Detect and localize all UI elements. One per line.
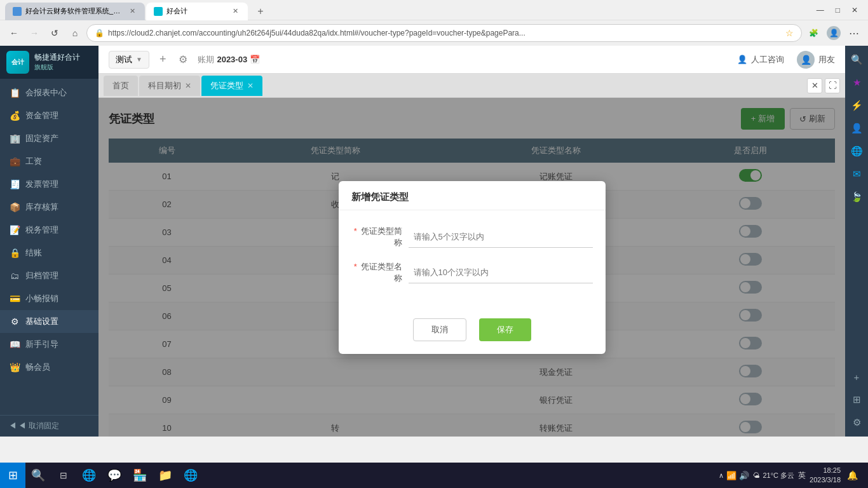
consult-btn[interactable]: 👤 人工咨询 xyxy=(732,51,789,68)
tab-collapse-btn[interactable]: ✕ xyxy=(807,78,822,93)
star-icon[interactable]: ☆ xyxy=(785,28,794,38)
brand-name: 畅捷通好合计 xyxy=(34,53,80,63)
start-button[interactable]: ⊞ xyxy=(0,463,25,488)
browser-tab-2[interactable]: 好会计 ✕ xyxy=(146,3,248,20)
tab1-title: 好会计云财务软件管理系统_会计 xyxy=(25,6,123,16)
sidebar-item-reports[interactable]: 📋 会报表中心 xyxy=(0,81,98,104)
settings-label: 基础设置 xyxy=(25,316,58,327)
input-short[interactable] xyxy=(409,226,593,248)
sidebar-item-archive[interactable]: 🗂 归档管理 xyxy=(0,264,98,287)
volume-icon[interactable]: 🔊 xyxy=(739,471,749,480)
cancel-button[interactable]: 取消 xyxy=(413,318,466,341)
right-icon-leaf[interactable]: 🍃 xyxy=(848,188,865,206)
right-icon-add[interactable]: + xyxy=(848,368,865,386)
sidebar-header: 会计 畅捷通好合计 旗舰版 xyxy=(0,46,98,79)
tab1-close[interactable]: ✕ xyxy=(127,6,137,17)
right-icon-bolt[interactable]: ⚡ xyxy=(848,97,865,114)
user-avatar: 👤 xyxy=(797,51,815,69)
member-label: 畅会员 xyxy=(25,362,50,373)
taskbar-explorer[interactable]: 📁 xyxy=(153,463,178,488)
brand-info: 畅捷通好合计 旗舰版 xyxy=(34,53,80,72)
input-name[interactable] xyxy=(409,262,593,283)
user-name: 用友 xyxy=(818,54,835,65)
user-info: 👤 用友 xyxy=(797,51,835,69)
dialog: 新增凭证类型 * 凭证类型简称 xyxy=(339,181,606,354)
taskbar-store[interactable]: 🏪 xyxy=(127,463,153,488)
tab-subjects[interactable]: 科目期初 ✕ xyxy=(139,76,200,96)
tab2-favicon xyxy=(154,7,163,16)
url-field[interactable]: 🔒 https://cloud2.chanjet.com/accounting/… xyxy=(86,24,802,42)
calendar-icon[interactable]: 📅 xyxy=(250,55,260,64)
guide-icon: 📖 xyxy=(9,339,20,350)
closing-icon: 🔒 xyxy=(9,247,20,259)
tab2-close[interactable]: ✕ xyxy=(230,6,240,17)
tax-label: 税务管理 xyxy=(25,224,58,236)
taskbar-browser[interactable]: 🌐 xyxy=(178,463,203,488)
sidebar-item-salary[interactable]: 💼 工资 xyxy=(0,150,98,173)
sidebar-item-expense[interactable]: 💳 小畅报销 xyxy=(0,287,98,310)
add-company-btn[interactable]: + xyxy=(157,53,169,66)
sidebar-item-invoice[interactable]: 🧾 发票管理 xyxy=(0,173,98,196)
browser-window: 好会计云财务软件管理系统_会计 ✕ 好会计 ✕ + — □ ✕ ← → ↺ ⌂ … xyxy=(0,0,868,488)
salary-label: 工资 xyxy=(25,156,42,167)
collapse-icon: ◀ xyxy=(9,421,17,430)
logo: 会计 xyxy=(6,51,29,74)
new-tab-button[interactable]: + xyxy=(252,3,269,20)
dialog-header: 新增凭证类型 xyxy=(339,181,606,210)
arrow-up-icon[interactable]: ∧ xyxy=(719,471,724,480)
more-menu-btn[interactable]: ⋯ xyxy=(845,24,863,42)
home-btn[interactable]: ⌂ xyxy=(66,24,84,42)
funds-icon: 💰 xyxy=(9,110,20,121)
sidebar-footer[interactable]: ◀ ◀ 取消固定 xyxy=(0,415,98,437)
period-value: 2023-03 xyxy=(217,55,247,64)
url-text: https://cloud2.chanjet.com/accounting/uh… xyxy=(108,29,782,37)
tab-voucher[interactable]: 凭证类型 ✕ xyxy=(201,76,262,96)
right-icon-user[interactable]: 👤 xyxy=(848,119,865,137)
extensions-icon[interactable]: 🧩 xyxy=(804,24,822,42)
taskbar-edge[interactable]: 🌐 xyxy=(76,463,102,488)
maximize-btn[interactable]: □ xyxy=(831,4,845,16)
tab-expand-btn[interactable]: ⛶ xyxy=(825,78,840,93)
reload-btn[interactable]: ↺ xyxy=(46,24,64,42)
right-icon-grid[interactable]: ⊞ xyxy=(848,391,865,409)
sidebar-item-guide[interactable]: 📖 新手引导 xyxy=(0,333,98,356)
profile-icon[interactable]: 👤 xyxy=(825,24,843,42)
sidebar-item-closing[interactable]: 🔒 结账 xyxy=(0,241,98,264)
right-icon-search[interactable]: 🔍 xyxy=(848,51,865,69)
save-button[interactable]: 保存 xyxy=(479,318,531,341)
minimize-btn[interactable]: — xyxy=(811,4,829,16)
taskbar-wechat[interactable]: 💬 xyxy=(102,463,127,488)
funds-label: 资金管理 xyxy=(25,110,58,121)
tab-subjects-close[interactable]: ✕ xyxy=(185,81,191,90)
sidebar-item-settings[interactable]: ⚙ 基础设置 xyxy=(0,310,98,333)
assets-icon: 🏢 xyxy=(9,133,20,144)
sidebar-item-assets[interactable]: 🏢 固定资产 xyxy=(0,127,98,150)
taskbar-task-view[interactable]: ⊟ xyxy=(51,463,76,488)
wifi-icon[interactable]: 📶 xyxy=(726,471,736,480)
right-icon-settings[interactable]: ⚙ xyxy=(848,414,865,431)
clock[interactable]: 18:25 2023/3/18 xyxy=(810,466,841,485)
forward-btn[interactable]: → xyxy=(25,24,43,42)
sidebar-item-inventory[interactable]: 📦 库存核算 xyxy=(0,196,98,219)
period-info: 账期 2023-03 📅 xyxy=(198,54,260,65)
sidebar-item-funds[interactable]: 💰 资金管理 xyxy=(0,104,98,127)
company-name: 测试 xyxy=(116,54,132,65)
right-icon-globe[interactable]: 🌐 xyxy=(848,142,865,160)
right-icon-star[interactable]: ★ xyxy=(848,74,865,92)
clock-time: 18:25 xyxy=(810,466,841,475)
notification-btn[interactable]: 🔔 xyxy=(844,470,860,480)
taskbar-search[interactable]: 🔍 xyxy=(25,463,51,488)
collapse-label: ◀ 取消固定 xyxy=(18,421,58,430)
back-btn[interactable]: ← xyxy=(5,24,23,42)
right-icon-mail[interactable]: ✉ xyxy=(848,165,865,183)
sidebar-item-tax[interactable]: 📝 税务管理 xyxy=(0,219,98,241)
close-btn[interactable]: ✕ xyxy=(846,4,863,16)
dialog-footer: 取消 保存 xyxy=(339,312,606,354)
tab-home[interactable]: 首页 xyxy=(104,76,138,96)
company-selector[interactable]: 测试 ▼ xyxy=(109,51,149,69)
sidebar-item-member[interactable]: 👑 畅会员 xyxy=(0,356,98,379)
browser-tab-1[interactable]: 好会计云财务软件管理系统_会计 ✕ xyxy=(5,3,145,20)
sys-tray-icons: ∧ 📶 🔊 xyxy=(719,471,749,480)
settings-btn[interactable]: ⚙ xyxy=(176,53,190,65)
tab-voucher-close[interactable]: ✕ xyxy=(247,81,254,90)
